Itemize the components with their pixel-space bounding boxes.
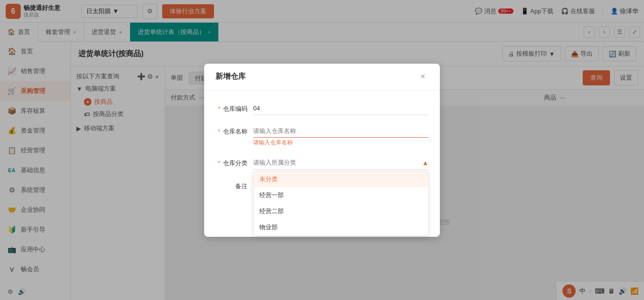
form-row-name: * 仓库名称 请输入仓库名称 xyxy=(215,125,429,147)
dropdown-option-property[interactable]: 物业部 xyxy=(254,219,428,235)
form-name-field: 请输入仓库名称 xyxy=(253,125,429,147)
dropdown-option-uncategorized[interactable]: 未分类 xyxy=(254,171,428,187)
modal-body: * 仓库编码 * 仓库名称 请输入仓库名称 xyxy=(204,91,440,192)
warehouse-name-input[interactable] xyxy=(253,125,429,138)
category-dropdown-list: 未分类 经营一部 经营二部 物业部 xyxy=(253,171,429,236)
modal-header: 新增仓库 × xyxy=(204,64,440,91)
form-row-category: * 仓库分类 ▲ 未分类 经营一部 经营二部 物业部 xyxy=(215,156,429,170)
form-category-label: * 仓库分类 xyxy=(215,156,253,167)
form-code-label: * 仓库编码 xyxy=(215,102,253,113)
dropdown-option-dept1[interactable]: 经营一部 xyxy=(254,187,428,203)
form-code-field xyxy=(253,102,429,115)
form-row-code: * 仓库编码 xyxy=(215,102,429,115)
new-warehouse-modal: 新增仓库 × * 仓库编码 * 仓库名称 xyxy=(204,64,440,237)
modal-overlay: 新增仓库 × * 仓库编码 * 仓库名称 xyxy=(0,0,644,300)
dropdown-option-dept2[interactable]: 经营二部 xyxy=(254,203,428,219)
dropdown-up-arrow-icon[interactable]: ▲ xyxy=(422,159,429,167)
form-name-label: * 仓库名称 xyxy=(215,125,253,136)
warehouse-name-error: 请输入仓库名称 xyxy=(253,139,429,147)
category-input[interactable] xyxy=(253,159,422,166)
form-notes-label: 备注 xyxy=(215,179,253,191)
category-dropdown[interactable]: ▲ xyxy=(253,156,429,170)
form-category-field: ▲ 未分类 经营一部 经营二部 物业部 xyxy=(253,156,429,170)
modal-close-button[interactable]: × xyxy=(417,71,429,83)
warehouse-code-input[interactable] xyxy=(253,102,429,115)
modal-title: 新增仓库 xyxy=(215,72,246,82)
